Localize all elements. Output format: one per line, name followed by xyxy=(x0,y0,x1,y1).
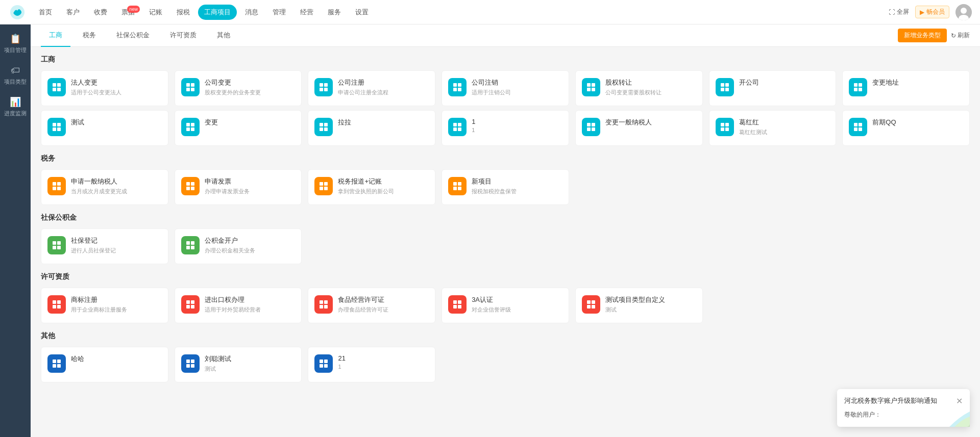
svg-rect-71 xyxy=(324,187,328,190)
business-card-2-3[interactable]: 新项目报税加税控盘保管 xyxy=(442,169,569,205)
svg-rect-66 xyxy=(186,187,190,190)
business-card-0-1[interactable]: 公司变更股权变更外的业务变更 xyxy=(175,70,302,106)
card-icon xyxy=(448,295,467,314)
svg-rect-9 xyxy=(191,83,194,87)
nav-item-客户[interactable]: 客户 xyxy=(60,5,86,20)
card-icon xyxy=(314,354,333,373)
svg-rect-111 xyxy=(191,364,194,368)
business-card-4-2[interactable]: 食品经营许可证办理食品经营许可证 xyxy=(308,288,435,323)
business-card-0-2[interactable]: 公司注册申请公司注册全流程 xyxy=(308,70,435,106)
sidebar-item-进度监测[interactable]: 📊进度监测 xyxy=(2,92,29,121)
nav-item-报税[interactable]: 报税 xyxy=(170,5,196,20)
sidebar-item-项目类型[interactable]: 🏷项目类型 xyxy=(2,60,29,90)
nav-item-经营[interactable]: 经营 xyxy=(294,5,320,20)
business-card-5-0[interactable]: 哈哈 xyxy=(41,347,168,382)
sub-tab-税务[interactable]: 税务 xyxy=(75,24,104,47)
section-title-3: 社保公积金 xyxy=(41,213,970,222)
nav-item-票据[interactable]: 票据new xyxy=(115,5,141,20)
svg-rect-27 xyxy=(725,88,729,91)
svg-rect-40 xyxy=(320,123,323,126)
business-card-0-6[interactable]: 变更地址 xyxy=(842,70,970,106)
svg-rect-115 xyxy=(324,364,328,368)
nav-item-收费[interactable]: 收费 xyxy=(88,5,113,20)
svg-rect-85 xyxy=(57,300,61,304)
card-desc: 适用于对外贸易经营者 xyxy=(205,306,296,314)
business-card-1-6[interactable]: 前期QQ xyxy=(842,110,970,146)
svg-rect-78 xyxy=(53,246,56,249)
card-name: 测试项目类型自定义 xyxy=(605,295,696,304)
fullscreen-icon: ⛶ xyxy=(889,9,895,16)
sidebar-icon: 🏷 xyxy=(9,64,21,76)
card-desc: 测试 xyxy=(205,365,296,373)
section-title-0: 工商 xyxy=(41,55,970,64)
sub-tab-社保公积金[interactable]: 社保公积金 xyxy=(108,24,158,47)
svg-rect-63 xyxy=(57,187,61,190)
business-card-0-5[interactable]: 开公司 xyxy=(709,70,837,106)
nav-item-工商项目[interactable]: 工商项目 xyxy=(198,5,237,20)
business-card-4-4[interactable]: 测试项目类型自定义测试 xyxy=(575,288,703,323)
svg-rect-90 xyxy=(186,305,190,309)
business-card-1-2[interactable]: 拉拉 xyxy=(308,110,435,146)
svg-rect-112 xyxy=(320,359,323,363)
svg-rect-14 xyxy=(320,88,323,91)
nav-item-设置[interactable]: 设置 xyxy=(349,5,375,20)
nav-item-消息[interactable]: 消息 xyxy=(239,5,264,20)
business-card-3-0[interactable]: 社保登记进行人员社保登记 xyxy=(41,228,168,264)
user-avatar[interactable] xyxy=(955,4,972,20)
card-icon xyxy=(448,177,467,195)
nav-item-管理[interactable]: 管理 xyxy=(266,5,292,20)
svg-rect-74 xyxy=(453,187,457,190)
card-name: 公司变更 xyxy=(205,78,296,87)
svg-point-2 xyxy=(961,8,967,14)
refresh-button[interactable]: ↻ 刷新 xyxy=(951,31,970,40)
business-card-2-1[interactable]: 申请发票办理申请发票业务 xyxy=(175,169,302,205)
svg-rect-13 xyxy=(324,83,328,87)
svg-rect-25 xyxy=(725,83,729,87)
sidebar-item-项目管理[interactable]: 📋项目管理 xyxy=(2,29,29,58)
new-type-button[interactable]: 新增业务类型 xyxy=(898,29,947,42)
member-button[interactable]: ▶ 畅会员 xyxy=(915,6,949,18)
business-card-5-1[interactable]: 刘聪测试测试 xyxy=(175,347,302,382)
business-card-5-2[interactable]: 211 xyxy=(308,347,435,382)
svg-rect-108 xyxy=(186,359,190,363)
business-card-2-2[interactable]: 税务报道+记账拿到营业执照的新公司 xyxy=(308,169,435,205)
sub-tab-其他[interactable]: 其他 xyxy=(209,24,238,47)
svg-rect-72 xyxy=(453,182,457,186)
business-card-0-3[interactable]: 公司注销适用于注销公司 xyxy=(442,70,569,106)
card-icon xyxy=(314,118,333,136)
fullscreen-button[interactable]: ⛶ 全屏 xyxy=(889,8,909,16)
sidebar-label: 项目类型 xyxy=(4,78,27,86)
business-card-1-3[interactable]: 11 xyxy=(442,110,569,146)
card-desc: 办理公积金相关业务 xyxy=(205,247,296,254)
svg-rect-54 xyxy=(721,127,724,131)
card-name: 进出口权办理 xyxy=(205,295,296,304)
fullscreen-label: 全屏 xyxy=(897,8,909,16)
card-icon xyxy=(314,295,333,314)
business-card-1-0[interactable]: 测试 xyxy=(41,110,168,146)
business-card-4-1[interactable]: 进出口权办理适用于对外贸易经营者 xyxy=(175,288,302,323)
business-card-2-0[interactable]: 申请一般纳税人当月或次月成变更完成 xyxy=(41,169,168,205)
business-card-0-0[interactable]: 法人变更适用于公司变更法人 xyxy=(41,70,168,106)
svg-rect-19 xyxy=(458,88,461,91)
svg-rect-68 xyxy=(320,182,323,186)
svg-rect-73 xyxy=(458,182,461,186)
business-card-0-4[interactable]: 股权转让公司变更需要股权转让 xyxy=(575,70,703,106)
sub-tab-工商[interactable]: 工商 xyxy=(41,24,70,47)
card-name: 变更地址 xyxy=(872,78,963,87)
business-card-1-1[interactable]: 变更 xyxy=(175,110,302,146)
business-card-4-3[interactable]: 3A认证对企业信誉评级 xyxy=(442,288,569,323)
nav-item-首页[interactable]: 首页 xyxy=(33,5,58,20)
business-card-1-4[interactable]: 变更一般纳税人 xyxy=(575,110,703,146)
sub-tab-许可资质[interactable]: 许可资质 xyxy=(162,24,205,47)
business-card-1-5[interactable]: 葛红红葛红红测试 xyxy=(709,110,837,146)
business-card-4-0[interactable]: 商标注册用于企业商标注册服务 xyxy=(41,288,168,323)
svg-rect-77 xyxy=(57,241,61,245)
nav-item-记账[interactable]: 记账 xyxy=(143,5,168,20)
nav-item-服务[interactable]: 服务 xyxy=(322,5,347,20)
card-name: 变更 xyxy=(205,118,296,127)
card-icon xyxy=(47,236,66,254)
business-card-3-1[interactable]: 公积金开户办理公积金相关业务 xyxy=(175,228,302,264)
card-desc: 葛红红测试 xyxy=(739,128,830,136)
card-grid-4: 商标注册用于企业商标注册服务 进出口权办理适用于对外贸易经营者 食品经营许可证办… xyxy=(41,288,970,323)
svg-rect-104 xyxy=(53,359,56,363)
